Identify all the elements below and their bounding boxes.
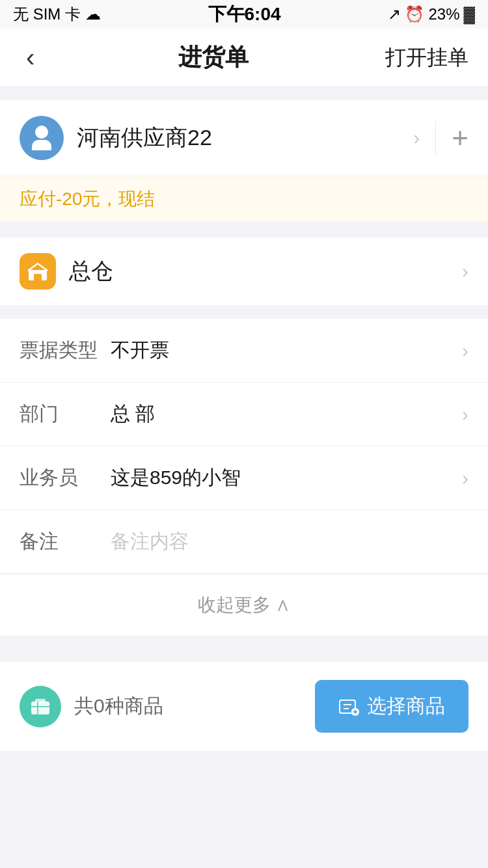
svg-rect-3 (35, 699, 46, 703)
alarm-icon: ⏰ (405, 5, 424, 23)
invoice-type-row[interactable]: 票据类型 不开票 › (0, 319, 488, 383)
remark-label: 备注 (20, 528, 98, 555)
page-title: 进货单 (178, 42, 249, 74)
warehouse-row[interactable]: 总仓 › (0, 237, 488, 306)
select-product-button[interactable]: 选择商品 (315, 680, 468, 733)
chevron-right-icon: › (462, 403, 468, 426)
status-bar: 无 SIM 卡 ☁ 下午6:04 ↗ ⏰ 23% ▓ (0, 0, 488, 29)
avatar-body (32, 140, 51, 150)
invoice-type-value: 不开票 (98, 337, 455, 364)
product-icon (20, 686, 61, 727)
collapse-button[interactable]: 收起更多 ∧ (0, 574, 488, 636)
supplier-name: 河南供应商22 (77, 123, 407, 153)
status-right: ↗ ⏰ 23% ▓ (388, 5, 475, 23)
supplier-card: 河南供应商22 › + 应付-20元，现结 (0, 100, 488, 224)
select-product-label: 选择商品 (367, 693, 445, 720)
divider (435, 122, 436, 154)
gap-4 (0, 636, 488, 649)
invoice-type-label: 票据类型 (20, 337, 98, 364)
notice-text: 应付-20元，现结 (20, 189, 155, 209)
gap-1 (0, 87, 488, 100)
gap-2 (0, 224, 488, 237)
remark-value[interactable]: 备注内容 (98, 528, 468, 555)
avatar-head (35, 126, 48, 139)
status-time: 下午6:04 (208, 2, 281, 27)
department-label: 部门 (20, 401, 98, 427)
battery-icon: ▓ (463, 5, 475, 23)
chevron-right-icon: › (413, 127, 420, 149)
chevron-right-icon: › (462, 340, 468, 362)
collapse-label: 收起更多 ∧ (198, 593, 291, 617)
open-pending-button[interactable]: 打开挂单 (385, 44, 468, 72)
signal-text: 无 SIM 卡 ☁ (13, 4, 101, 25)
location-icon: ↗ (388, 5, 401, 23)
department-row[interactable]: 部门 总 部 › (0, 383, 488, 446)
status-left: 无 SIM 卡 ☁ (13, 4, 101, 25)
product-section: 共0种商品 选择商品 (0, 662, 488, 751)
supplier-row[interactable]: 河南供应商22 › + (0, 100, 488, 176)
svg-rect-1 (34, 274, 42, 280)
warehouse-name: 总仓 (69, 256, 455, 286)
salesperson-row[interactable]: 业务员 这是859的小智 › (0, 446, 488, 510)
add-button[interactable]: + (452, 124, 468, 152)
form-section: 票据类型 不开票 › 部门 总 部 › 业务员 这是859的小智 › 备注 备注… (0, 319, 488, 636)
back-button[interactable]: ‹ (20, 36, 41, 79)
department-value: 总 部 (98, 401, 455, 427)
svg-rect-2 (31, 701, 49, 714)
nav-bar: ‹ 进货单 打开挂单 (0, 29, 488, 87)
chevron-right-icon: › (462, 260, 468, 282)
notice-row: 应付-20元，现结 (0, 176, 488, 224)
salesperson-label: 业务员 (20, 465, 98, 491)
battery-text: 23% (428, 5, 459, 23)
product-count: 共0种商品 (74, 693, 315, 720)
chevron-right-icon: › (462, 467, 468, 489)
salesperson-value: 这是859的小智 (98, 465, 455, 491)
gap-3 (0, 306, 488, 319)
person-icon (29, 125, 55, 151)
remark-row[interactable]: 备注 备注内容 (0, 510, 488, 574)
avatar (20, 116, 64, 160)
warehouse-icon (20, 253, 56, 290)
